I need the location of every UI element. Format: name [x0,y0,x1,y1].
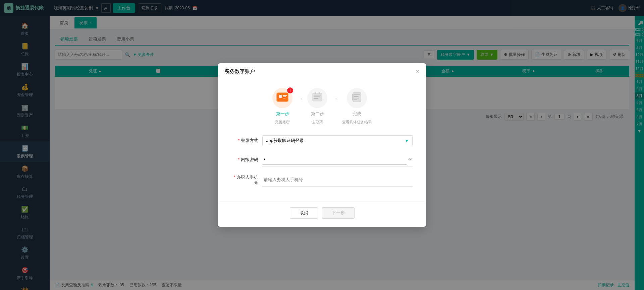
select-arrow-icon: ▼ [405,138,409,143]
svg-rect-15 [354,99,357,100]
svg-rect-0 [277,93,288,101]
modal-title: 税务数字账户 [225,68,255,75]
modal-body: ! 第一步 完善账密 → [218,80,426,202]
step-2-icon [312,92,323,105]
svg-rect-14 [354,98,359,98]
login-method-row: * 登录方式 app获取验证码登录 ▼ [231,135,413,146]
svg-rect-10 [319,92,320,94]
step-1-error-badge: ! [287,87,293,93]
svg-rect-11 [353,92,361,102]
step-1: ! 第一步 完善账密 [272,88,292,125]
taxpayer-phone-input-wrap [262,173,413,187]
next-button[interactable]: 下一步 [322,207,355,219]
modal-close-button[interactable]: × [416,68,419,75]
modal-dialog: 税务数字账户 × [218,63,426,227]
svg-rect-3 [283,96,286,97]
step-3-icon-wrap [347,88,367,108]
net-password-row: * 网报密码 👁 [231,153,413,166]
steps-indicator: ! 第一步 完善账密 → [231,88,413,125]
step-1-icon-wrap: ! [272,88,292,108]
step-1-title: 第一步 [276,111,289,117]
svg-point-1 [279,95,282,98]
step-2-icon-wrap [307,88,327,108]
step-2: 第二步 去取票 [307,88,327,125]
step-arrow-1: → [297,95,303,102]
svg-rect-4 [283,98,285,98]
svg-rect-16 [352,94,354,100]
step-1-desc: 完善账密 [275,120,290,125]
step-2-title: 第二步 [311,111,324,117]
step-2-desc: 去取票 [312,120,323,125]
svg-rect-13 [354,96,359,97]
net-password-input[interactable] [262,154,407,165]
step-3-title: 完成 [353,111,361,117]
step-3-desc: 查看具体任务结果 [342,120,372,125]
step-arrow-2: → [331,95,338,102]
login-method-select[interactable]: app获取验证码登录 ▼ [262,135,413,146]
modal-footer: 取消 下一步 [218,202,426,227]
svg-rect-7 [314,96,320,97]
cancel-button[interactable]: 取消 [290,207,318,219]
taxpayer-phone-row: * 办税人手机号 [231,173,413,187]
taxpayer-phone-input[interactable] [262,174,413,185]
modal-overlay: 税务数字账户 × [0,0,644,290]
svg-rect-6 [314,95,321,95]
modal-form: * 登录方式 app获取验证码登录 ▼ * 网报密码 [231,135,413,187]
net-password-label: * 网报密码 [231,157,258,163]
svg-rect-12 [354,94,360,95]
taxpayer-phone-label: * 办税人手机号 [231,174,258,186]
login-method-label: * 登录方式 [231,138,258,144]
step-3-icon [352,92,362,105]
net-password-input-wrap: 👁 [262,153,413,166]
step-1-icon [276,92,288,104]
svg-rect-9 [315,92,316,94]
svg-rect-8 [314,98,318,99]
modal-header: 税务数字账户 × [218,63,426,80]
password-toggle-icon[interactable]: 👁 [408,157,413,162]
step-3: 完成 查看具体任务结果 [342,88,372,125]
svg-rect-2 [283,95,287,96]
login-method-value: app获取验证码登录 [266,138,304,144]
